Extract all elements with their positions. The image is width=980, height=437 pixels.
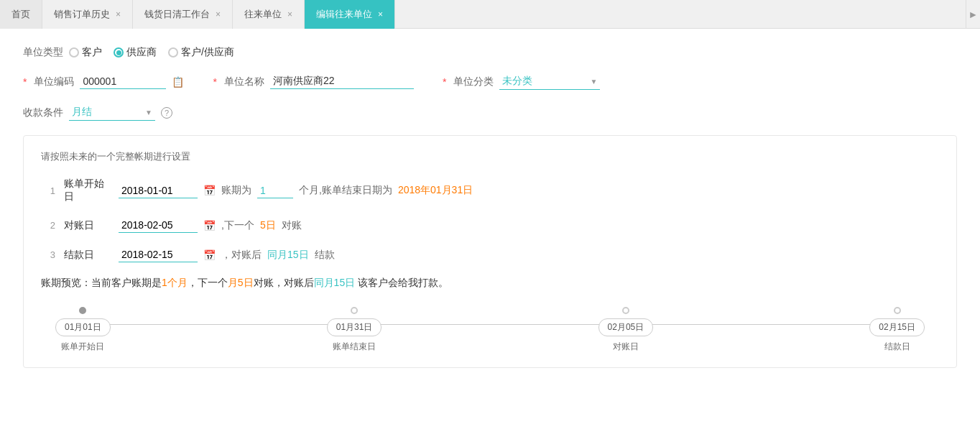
unit-type-item: 单位类型 客户 供应商 客户/供应商 xyxy=(23,46,234,59)
radio-group: 客户 供应商 客户/供应商 xyxy=(69,46,234,59)
timeline-points: 01月01日 账单开始日 01月31日 账单结束日 02月05日 对账日 xyxy=(55,307,925,353)
panel-title: 请按照未来的一个完整帐期进行设置 xyxy=(41,150,939,163)
tab-home[interactable]: 首页 xyxy=(0,0,42,29)
main-content: 单位类型 客户 供应商 客户/供应商 * 单位编码 xyxy=(0,29,980,437)
payment-label: 收款条件 xyxy=(23,106,63,119)
payment-item: 收款条件 月结 ▼ ? xyxy=(23,104,172,121)
tab-edit-partner-close[interactable]: × xyxy=(378,9,383,19)
radio-both-label: 客户/供应商 xyxy=(181,46,234,59)
period-input[interactable] xyxy=(257,183,293,198)
payment-value: 月结 xyxy=(72,106,142,119)
preview-period: 1个月 xyxy=(162,277,188,288)
period-suffix: 个月,账单结束日期为 xyxy=(299,184,392,197)
radio-supplier[interactable]: 供应商 xyxy=(114,46,157,59)
reconcile-highlight: 5日 xyxy=(260,219,276,232)
timeline-container: 01月01日 账单开始日 01月31日 账单结束日 02月05日 对账日 xyxy=(41,307,939,353)
reconcile-suffix: 对账 xyxy=(282,219,302,232)
tab-sales-history-close[interactable]: × xyxy=(116,9,121,19)
reconcile-calendar-icon[interactable]: 📅 xyxy=(203,220,216,231)
category-select[interactable]: 未分类 ▼ xyxy=(499,73,600,90)
code-input[interactable] xyxy=(80,74,166,89)
label-1: 账单开始日 xyxy=(61,341,104,353)
category-chevron-icon: ▼ xyxy=(590,78,597,86)
unit-type-label: 单位类型 xyxy=(23,46,63,59)
tab-edit-partner[interactable]: 编辑往来单位 × xyxy=(305,0,395,29)
preview-comma: ，下一个 xyxy=(188,277,228,288)
row-label-1: 账单开始日 xyxy=(64,178,110,203)
preview-payment-day: 同月15日 xyxy=(314,277,356,288)
period-prefix: 账期为 xyxy=(221,184,251,197)
preview-reconcile-suffix: 对账，对账后 xyxy=(254,277,314,288)
name-star: * xyxy=(213,76,216,88)
start-date-input[interactable] xyxy=(119,183,198,198)
bubble-3: 02月05日 xyxy=(598,318,654,336)
tab-partner[interactable]: 往来单位 × xyxy=(233,0,305,29)
setting-row-1: 1 账单开始日 📅 账期为 个月,账单结束日期为 2018年01月31日 xyxy=(41,178,939,203)
preview-prefix: 账期预览：当前客户账期是 xyxy=(41,277,162,288)
payment-date-input[interactable] xyxy=(119,247,198,262)
tab-edit-partner-label: 编辑往来单位 xyxy=(316,8,372,21)
category-label: 单位分类 xyxy=(453,75,494,88)
tab-cash-work-label: 钱货日清工作台 xyxy=(144,8,210,21)
timeline-point-1: 01月01日 账单开始日 xyxy=(55,307,111,353)
label-4: 结款日 xyxy=(884,341,910,353)
tab-partner-label: 往来单位 xyxy=(244,8,282,21)
payment-calendar-icon[interactable]: 📅 xyxy=(203,249,216,261)
radio-both[interactable]: 客户/供应商 xyxy=(168,46,234,59)
payment-help-icon[interactable]: ? xyxy=(161,107,172,119)
payment-chevron-icon: ▼ xyxy=(145,109,152,116)
code-star: * xyxy=(23,76,27,88)
category-value: 未分类 xyxy=(502,75,587,88)
tab-scroll-right[interactable]: ► xyxy=(966,0,980,29)
row-num-2: 2 xyxy=(41,220,55,231)
radio-customer[interactable]: 客户 xyxy=(69,46,102,59)
tab-sales-history[interactable]: 销售订单历史 × xyxy=(42,0,133,29)
code-item: * 单位编码 📋 xyxy=(23,74,184,89)
label-2: 账单结束日 xyxy=(333,341,376,353)
tab-cash-work[interactable]: 钱货日清工作台 × xyxy=(133,0,233,29)
preview-text: 账期预览：当前客户账期是1个月，下一个月5日对账，对账后同月15日 该客户会给我… xyxy=(41,277,939,290)
timeline-point-4: 02月15日 结款日 xyxy=(869,307,925,353)
category-item: * 单位分类 未分类 ▼ xyxy=(443,73,600,90)
setting-row-3: 3 结款日 📅 ，对账后同月15日结款 xyxy=(41,247,939,262)
category-star: * xyxy=(443,76,446,88)
radio-supplier-circle xyxy=(114,47,124,58)
payment-row: 收款条件 月结 ▼ ? xyxy=(23,104,957,121)
bubble-2: 01月31日 xyxy=(327,318,382,336)
name-input[interactable] xyxy=(270,74,414,89)
radio-both-circle xyxy=(168,47,178,58)
row-label-2: 对账日 xyxy=(64,219,110,232)
dot-1 xyxy=(79,307,86,314)
tab-sales-history-label: 销售订单历史 xyxy=(54,8,110,21)
payment-desc-suffix: 结款 xyxy=(315,249,335,262)
timeline-point-3: 02月05日 对账日 xyxy=(598,307,654,353)
dot-4 xyxy=(894,307,901,314)
code-calendar-icon[interactable]: 📋 xyxy=(172,76,184,88)
payment-select[interactable]: 月结 ▼ xyxy=(69,104,155,121)
preview-reconcile-day: 月5日 xyxy=(228,277,254,288)
row-value-2: 📅 ,下一个5日对账 xyxy=(119,218,302,233)
payment-desc-highlight: 同月15日 xyxy=(267,249,309,262)
radio-customer-circle xyxy=(69,47,79,58)
row-value-3: 📅 ，对账后同月15日结款 xyxy=(119,247,335,262)
radio-customer-label: 客户 xyxy=(82,46,102,59)
name-label: 单位名称 xyxy=(224,75,264,88)
radio-supplier-label: 供应商 xyxy=(126,46,157,59)
preview-suffix: 该客户会给我打款。 xyxy=(358,277,448,288)
tab-bar: 首页 销售订单历史 × 钱货日清工作台 × 往来单位 × 编辑往来单位 × ► xyxy=(0,0,980,29)
label-3: 对账日 xyxy=(613,341,639,353)
bubble-1: 01月01日 xyxy=(55,318,111,336)
tab-partner-close[interactable]: × xyxy=(287,9,292,19)
unit-type-row: 单位类型 客户 供应商 客户/供应商 xyxy=(23,46,957,59)
dot-2 xyxy=(351,307,358,314)
row-num-1: 1 xyxy=(41,185,55,196)
settings-panel: 请按照未来的一个完整帐期进行设置 1 账单开始日 📅 账期为 个月,账单结束日期… xyxy=(23,135,957,368)
reconcile-date-input[interactable] xyxy=(119,218,198,233)
name-item: * 单位名称 xyxy=(213,74,413,89)
start-date-calendar-icon[interactable]: 📅 xyxy=(203,185,216,196)
setting-row-2: 2 对账日 📅 ,下一个5日对账 xyxy=(41,218,939,233)
timeline-point-2: 01月31日 账单结束日 xyxy=(327,307,382,353)
tab-cash-work-close[interactable]: × xyxy=(216,9,221,19)
dot-3 xyxy=(622,307,629,314)
code-name-row: * 单位编码 📋 * 单位名称 * 单位分类 未分类 ▼ xyxy=(23,73,957,90)
